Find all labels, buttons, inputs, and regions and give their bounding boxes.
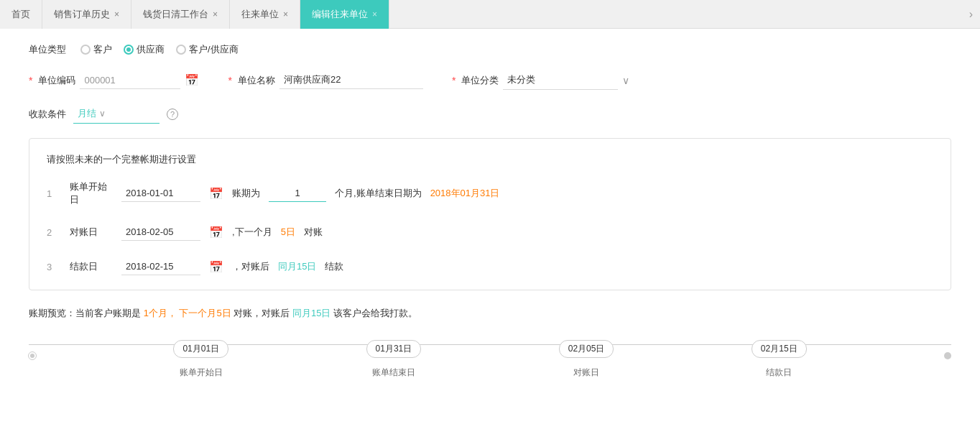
period-row-3-num: 3	[47, 262, 61, 272]
unit-code-input[interactable]	[80, 72, 180, 89]
period-row-3-date-input[interactable]	[121, 258, 200, 275]
preview-part3: 对账，对账后	[234, 308, 290, 318]
period-settings-box: 请按照未来的一个完整帐期进行设置 1 账单开始日 📅 账期为 个月,账单结束日期…	[29, 138, 951, 290]
timeline-point-3-pill: 02月05日	[559, 340, 614, 358]
period-row-1-after-input: 个月,账单结束日期为	[335, 187, 422, 200]
unit-info-row: * 单位编码 📅 * 单位名称 * 单位分类 未分类 ∨	[29, 70, 951, 90]
period-row-1-num: 1	[47, 188, 61, 199]
payment-condition-value: 月结	[78, 107, 96, 120]
tab-edit-counterparty[interactable]: 编辑往来单位 ×	[300, 0, 389, 29]
payment-condition-label: 收款条件	[29, 108, 66, 121]
timeline-point-2-pill: 01月31日	[366, 340, 422, 358]
preview-part4: 同月15日	[292, 308, 330, 318]
period-row-2-day-highlight: 5日	[281, 226, 295, 239]
timeline-point-2-label: 账单结束日	[372, 367, 415, 379]
payment-condition-select[interactable]: 月结 ∨	[73, 104, 160, 124]
radio-supplier-label: 供应商	[137, 43, 165, 56]
unit-type-row: 单位类型 客户 供应商 客户/供应商	[29, 43, 951, 56]
unit-name-label: 单位名称	[238, 74, 275, 87]
tab-counterparty-label: 往来单位	[241, 8, 279, 21]
period-row-1-suffix-text: 账期为	[232, 187, 260, 200]
tab-home-label: 首页	[11, 8, 30, 21]
period-row-1-field-label: 账单开始日	[70, 180, 113, 206]
main-content: 单位类型 客户 供应商 客户/供应商 * 单位编码 📅 * 单位名称	[0, 29, 980, 437]
radio-customer-circle	[80, 45, 91, 55]
period-row-3-highlight: 同月15日	[278, 260, 316, 273]
timeline-point-3-label: 对账日	[573, 367, 599, 379]
timeline-start-circle	[29, 352, 36, 359]
period-row-3-calendar-icon[interactable]: 📅	[209, 260, 223, 274]
tab-bar: 首页 销售订单历史 × 钱货日清工作台 × 往来单位 × 编辑往来单位 × ›	[0, 0, 980, 29]
payment-help-icon[interactable]: ?	[167, 109, 178, 120]
preview-part2: 下一个月5日	[179, 308, 231, 318]
period-row-3-field-label: 结款日	[70, 260, 113, 273]
timeline-point-4: 02月15日 结款日	[752, 340, 807, 379]
unit-code-required: *	[29, 75, 32, 86]
tab-cash-work-close[interactable]: ×	[213, 9, 218, 19]
unit-category-label: 单位分类	[461, 74, 499, 87]
tab-counterparty[interactable]: 往来单位 ×	[230, 0, 300, 29]
tab-sales-order-label: 销售订单历史	[54, 8, 110, 21]
timeline-point-1-pill: 01月01日	[173, 340, 228, 358]
tab-edit-counterparty-label: 编辑往来单位	[312, 8, 368, 21]
period-row-2: 2 对账日 📅 ,下一个月5日对账	[47, 224, 933, 241]
period-row-1-months-input[interactable]	[269, 185, 326, 202]
unit-type-label: 单位类型	[29, 43, 66, 56]
tab-expand-button[interactable]: ›	[962, 0, 980, 29]
period-box-title: 请按照未来的一个完整帐期进行设置	[47, 153, 933, 166]
tab-cash-work[interactable]: 钱货日清工作台 ×	[131, 0, 230, 29]
timeline: 01月01日 账单开始日 01月31日 账单结束日 02月05日 对账日 02月…	[29, 333, 951, 400]
payment-condition-arrow-icon: ∨	[99, 109, 106, 119]
preview-text: 账期预览：当前客户账期是 1个月， 下一个月5日 对账，对账后 同月15日 该客…	[29, 305, 951, 333]
tab-counterparty-close[interactable]: ×	[283, 9, 288, 19]
period-row-2-suffix: 对账	[304, 226, 323, 239]
unit-name-group: * 单位名称	[228, 72, 422, 89]
radio-customer[interactable]: 客户	[80, 43, 112, 56]
tab-home[interactable]: 首页	[0, 0, 42, 29]
period-row-1-calendar-icon[interactable]: 📅	[209, 187, 223, 201]
timeline-point-3: 02月05日 对账日	[559, 340, 614, 379]
period-row-3: 3 结款日 📅 ，对账后 同月15日 结款	[47, 258, 933, 275]
tab-sales-order-close[interactable]: ×	[114, 9, 119, 19]
unit-type-radio-group: 客户 供应商 客户/供应商	[80, 43, 239, 56]
unit-code-group: * 单位编码 📅	[29, 72, 199, 89]
timeline-end-circle	[944, 352, 951, 359]
preview-part1: 1个月，	[144, 308, 177, 318]
timeline-point-2: 01月31日 账单结束日	[366, 340, 422, 379]
radio-supplier-circle	[124, 45, 134, 55]
unit-category-value: 未分类	[503, 70, 618, 90]
radio-both[interactable]: 客户/供应商	[176, 43, 239, 56]
unit-code-calendar-icon[interactable]: 📅	[185, 73, 199, 87]
period-row-2-prefix: ,下一个月	[232, 226, 272, 239]
payment-condition-row: 收款条件 月结 ∨ ?	[29, 104, 951, 124]
radio-both-label: 客户/供应商	[189, 43, 239, 56]
period-row-3-end: 结款	[325, 260, 343, 273]
unit-name-input[interactable]	[279, 72, 423, 89]
unit-category-required: *	[452, 75, 456, 86]
tab-sales-order[interactable]: 销售订单历史 ×	[42, 0, 131, 29]
period-row-2-date-input[interactable]	[121, 224, 200, 241]
unit-category-arrow-icon[interactable]: ∨	[622, 75, 629, 86]
period-row-2-field-label: 对账日	[70, 226, 113, 239]
timeline-point-1-label: 账单开始日	[180, 367, 223, 379]
preview-label: 账期预览：当前客户账期是	[29, 308, 141, 318]
timeline-point-4-pill: 02月15日	[752, 340, 807, 358]
period-row-1-date-input[interactable]	[121, 185, 200, 202]
timeline-point-4-label: 结款日	[766, 367, 792, 379]
unit-name-required: *	[228, 75, 231, 86]
unit-category-dropdown: 未分类 ∨	[503, 70, 629, 90]
timeline-points: 01月01日 账单开始日 01月31日 账单结束日 02月05日 对账日 02月…	[29, 340, 951, 379]
period-row-3-suffix: ，对账后	[232, 260, 269, 273]
period-row-1-highlight-date: 2018年01月31日	[430, 187, 500, 200]
timeline-point-1: 01月01日 账单开始日	[173, 340, 228, 379]
period-row-2-num: 2	[47, 227, 61, 238]
period-row-1: 1 账单开始日 📅 账期为 个月,账单结束日期为 2018年01月31日	[47, 180, 933, 206]
preview-part5: 该客户会给我打款。	[333, 308, 417, 318]
unit-category-group: * 单位分类 未分类 ∨	[452, 70, 629, 90]
timeline-start-dot	[29, 340, 36, 359]
radio-customer-label: 客户	[93, 43, 112, 56]
period-row-2-calendar-icon[interactable]: 📅	[209, 226, 223, 239]
tab-edit-counterparty-close[interactable]: ×	[372, 9, 377, 19]
radio-both-circle	[176, 45, 186, 55]
radio-supplier[interactable]: 供应商	[124, 43, 165, 56]
